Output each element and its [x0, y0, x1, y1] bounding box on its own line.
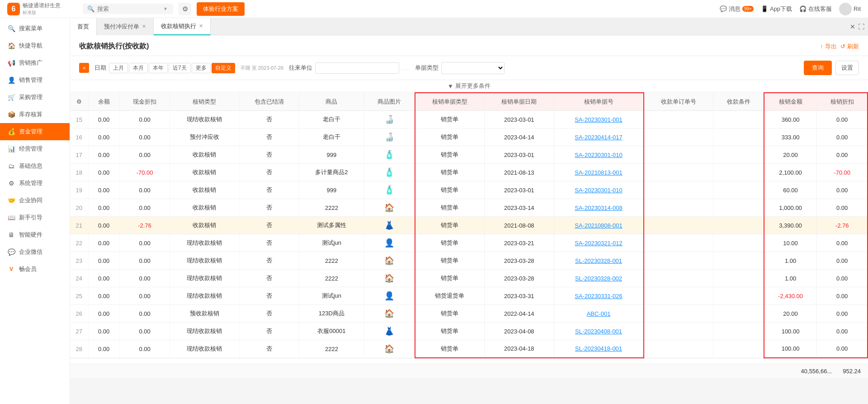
expand-button[interactable]: »: [79, 63, 89, 73]
settings-button[interactable]: 设置: [835, 61, 859, 75]
cell-balance: 0.00: [88, 323, 119, 340]
tab-writeoff-close[interactable]: ✕: [199, 23, 203, 29]
marketing-icon: 📢: [7, 59, 15, 67]
cell-include-settled: 否: [239, 270, 299, 287]
cell-bill-no[interactable]: SA-20230301-010: [554, 181, 644, 199]
sidebar-item-hw[interactable]: 🖥 智能硬件: [0, 226, 70, 243]
cell-writeoff-type: 现结收款核销: [170, 111, 239, 128]
sidebar-item-quick[interactable]: 🏠 快捷导航: [0, 37, 70, 54]
sidebar-item-wechat[interactable]: 💬 企业微信: [0, 243, 70, 261]
dropdown-arrow-icon[interactable]: ▼: [163, 6, 168, 11]
date-btn-7days[interactable]: 近7天: [169, 63, 191, 73]
sidebar-item-corp[interactable]: 🤝 企业协同: [0, 192, 70, 209]
sidebar-item-basic[interactable]: 🗂 基础信息: [0, 157, 70, 175]
cell-writeoff-type: 收款核销: [170, 217, 239, 234]
horizontal-scrollbar[interactable]: [70, 358, 868, 364]
trial-button[interactable]: 体验行业方案: [197, 2, 245, 16]
query-button[interactable]: 查询: [804, 61, 832, 75]
cell-bill-type: 销货单: [415, 146, 485, 164]
th-gear[interactable]: ⚙: [70, 93, 88, 111]
cell-goods: 多计量商品2: [299, 164, 364, 181]
sidebar-item-inventory[interactable]: 📦 库存核算: [0, 106, 70, 123]
cell-bill-no[interactable]: SA-20230331-026: [554, 287, 644, 305]
sidebar-item-system[interactable]: ⚙ 系统管理: [0, 175, 70, 192]
message-button[interactable]: 💬 消息 99+: [720, 5, 754, 13]
cell-cash-discount: 0.00: [119, 287, 170, 305]
search-area[interactable]: 🔍 ▼: [83, 4, 173, 14]
cell-bill-no[interactable]: SA-20230301-010: [554, 146, 644, 164]
cell-include-settled: 否: [239, 340, 299, 358]
tab-writeoff[interactable]: 收款核销执行 ✕: [154, 18, 211, 35]
sidebar-label-sales: 销售管理: [19, 76, 42, 84]
sidebar-item-purchase[interactable]: 🛒 采购管理: [0, 89, 70, 106]
th-bill-date: 核销单据日期: [485, 93, 554, 111]
purchase-icon: 🛒: [7, 94, 15, 101]
tab-prepay[interactable]: 预付冲应付单 ✕: [97, 18, 154, 35]
cell-receipt-cond: [713, 181, 764, 199]
table-row: 22 0.00 0.00 现结收款核销 否 测试jun 👤 销货单 2023-0…: [70, 234, 868, 252]
sidebar-item-member[interactable]: V 畅会员: [0, 261, 70, 278]
cell-bill-type: 销货单: [415, 234, 485, 252]
mgmt-icon: 📊: [7, 145, 15, 152]
cell-goods-img: 👗: [364, 217, 415, 234]
cell-cash-discount: 0.00: [119, 305, 170, 323]
date-btn-last-month[interactable]: 上月: [109, 63, 128, 73]
sidebar-item-sales[interactable]: 👤 销售管理: [0, 71, 70, 89]
sidebar-label-quick: 快捷导航: [19, 42, 42, 50]
tab-writeoff-label: 收款核销执行: [161, 22, 196, 30]
cell-receipt-cond: [713, 217, 764, 234]
table-row: 27 0.00 0.00 现结收款核销 否 衣服00001 👗 销货单 2023…: [70, 323, 868, 340]
export-button[interactable]: ↑ 导出: [821, 43, 837, 51]
refresh-button[interactable]: ↺ 刷新: [840, 43, 859, 51]
date-btn-this-year[interactable]: 本年: [149, 63, 168, 73]
cell-bill-no[interactable]: SL-20230328-002: [554, 270, 644, 287]
cell-id: 18: [70, 164, 88, 181]
tab-prepay-close[interactable]: ✕: [142, 24, 146, 29]
user-name: Rit: [854, 5, 861, 12]
tab-close-all-button[interactable]: ✕: [850, 23, 855, 30]
cell-balance: 0.00: [88, 181, 119, 199]
cell-writeoff-amt: 20.00: [764, 305, 817, 323]
cell-cash-discount: -70.00: [119, 164, 170, 181]
date-btn-more[interactable]: 更多: [192, 63, 211, 73]
sidebar-label-search: 搜索菜单: [19, 24, 42, 33]
sidebar-item-guide[interactable]: 📖 新手引导: [0, 209, 70, 226]
sidebar-item-search[interactable]: 🔍 搜索菜单: [0, 20, 70, 37]
cell-include-settled: 否: [239, 181, 299, 199]
user-menu[interactable]: Rit: [839, 3, 861, 15]
cell-bill-no[interactable]: SA-20230321-012: [554, 234, 644, 252]
date-hint: 不限 至 2023-07-26: [241, 65, 283, 71]
sidebar-item-finance[interactable]: 💰 资金管理: [0, 123, 70, 140]
online-service-button[interactable]: 🎧 在线客服: [799, 5, 832, 13]
tab-home[interactable]: 首页: [70, 18, 97, 35]
cell-bill-no[interactable]: SA-20210813-001: [554, 164, 644, 181]
search-input[interactable]: [97, 5, 160, 12]
cell-bill-no[interactable]: SL-20230328-001: [554, 252, 644, 270]
tab-maximize-button[interactable]: ⛶: [858, 23, 864, 30]
app-download-button[interactable]: 📱 App下载: [761, 5, 792, 13]
date-btn-this-month[interactable]: 本月: [129, 63, 148, 73]
th-cash-discount: 现金折扣: [119, 93, 170, 111]
cell-bill-no[interactable]: SL-20230418-001: [554, 340, 644, 358]
th-receipt-cond: 收款条件: [713, 93, 764, 111]
date-btn-custom[interactable]: 自定义: [212, 63, 235, 73]
sidebar-label-hw: 智能硬件: [19, 231, 42, 239]
cell-bill-no[interactable]: ABC-001: [554, 305, 644, 323]
expand-more-bar[interactable]: ▼ 展开更多条件: [70, 80, 868, 92]
inventory-icon: 📦: [7, 111, 15, 118]
cell-bill-no[interactable]: SA-20230314-008: [554, 199, 644, 217]
sidebar-item-marketing[interactable]: 📢 营销推广: [0, 54, 70, 71]
bill-type-select[interactable]: [441, 62, 505, 74]
logo-icon: 6: [7, 3, 20, 15]
counterpart-input[interactable]: [315, 62, 399, 74]
cell-bill-no[interactable]: SA-20230414-017: [554, 128, 644, 146]
cell-bill-no[interactable]: SL-20230408-001: [554, 323, 644, 340]
cell-receipt-order-no: [644, 323, 713, 340]
cell-writeoff-disc: 0.00: [817, 340, 868, 358]
cell-bill-no[interactable]: SA-20210808-001: [554, 217, 644, 234]
gear-button[interactable]: ⚙: [179, 3, 191, 15]
sidebar-item-mgmt[interactable]: 📊 经营管理: [0, 140, 70, 157]
cell-bill-no[interactable]: SA-20230301-001: [554, 111, 644, 128]
header-row: ⚙ 余额 现金折扣 核销类型 包含已结清 商品 商品图片 核销单据类型 核销单据…: [70, 93, 868, 111]
cell-writeoff-amt: 1.00: [764, 270, 817, 287]
